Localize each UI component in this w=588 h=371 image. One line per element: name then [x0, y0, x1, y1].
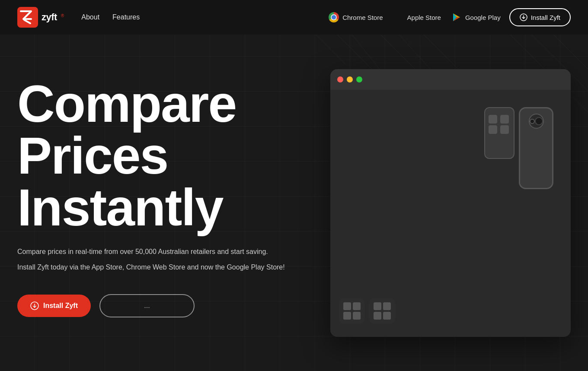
install-icon [520, 13, 527, 21]
bottom-strip-right [369, 298, 395, 324]
hero-content: Compare Prices Instantly Compare prices … [17, 69, 322, 317]
navbar: zyft ® About Features Chrome Store Apple… [0, 0, 588, 35]
nav-install-button[interactable]: Install Zyft [509, 8, 571, 26]
window-dot-green [356, 76, 362, 82]
browser-content [330, 90, 571, 337]
hero-title-line3: Instantly [17, 178, 223, 236]
hero-title-line2: Prices [17, 127, 168, 184]
svg-rect-9 [17, 7, 38, 28]
apple-store-link[interactable]: Apple Store [393, 12, 441, 22]
apple-store-label: Apple Store [407, 14, 441, 21]
hero-visual [322, 69, 571, 337]
hero-desc: Install Zyft today via the App Store, Ch… [17, 262, 322, 273]
logo-link[interactable]: zyft ® [17, 7, 64, 28]
hero-subtitle: Compare prices in real-time from over 50… [17, 246, 322, 257]
nav-stores: Chrome Store Apple Store Google Play [329, 12, 500, 22]
logo-text: zyft [42, 12, 57, 23]
apple-store-icon [393, 12, 404, 22]
window-dot-yellow [347, 76, 353, 82]
google-play-link[interactable]: Google Play [451, 12, 501, 22]
nav-about[interactable]: About [81, 13, 99, 21]
hero-secondary-label: ... [144, 302, 150, 309]
bottom-strip-left [339, 298, 365, 324]
nav-features[interactable]: Features [112, 13, 140, 21]
zyft-logo-icon [17, 7, 38, 28]
hero-install-label: Install Zyft [43, 302, 78, 310]
hero-secondary-button[interactable]: ... [99, 294, 195, 317]
phone-mockup-2 [484, 107, 514, 159]
chrome-store-link[interactable]: Chrome Store [329, 12, 383, 22]
hero-buttons: Install Zyft ... [17, 294, 322, 317]
google-play-icon [451, 12, 462, 22]
hero-section: Compare Prices Instantly Compare prices … [0, 35, 588, 371]
nav-install-label: Install Zyft [531, 14, 560, 21]
nav-links: About Features [81, 13, 329, 21]
hero-install-icon [30, 301, 39, 310]
hero-title-line1: Compare [17, 75, 236, 133]
hero-install-button[interactable]: Install Zyft [17, 295, 91, 317]
google-play-label: Google Play [465, 14, 501, 21]
browser-bar [330, 69, 571, 90]
chrome-store-icon [329, 12, 339, 22]
logo-registered: ® [61, 13, 64, 18]
window-dot-red [337, 76, 343, 82]
browser-mockup [330, 69, 571, 337]
phone-mockup [519, 107, 553, 189]
hero-title: Compare Prices Instantly [17, 78, 322, 233]
chrome-store-label: Chrome Store [342, 14, 383, 21]
phone-camera [529, 114, 544, 129]
